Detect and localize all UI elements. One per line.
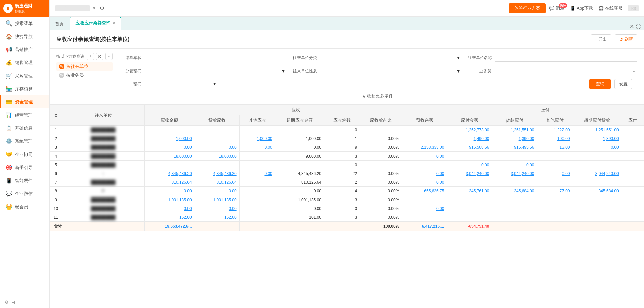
table-settings-th[interactable]: ⚙ (50, 105, 62, 126)
tab-home[interactable]: 首页 (50, 18, 69, 30)
sidebar-item-marketing[interactable]: 📢 营销推广 (0, 43, 49, 56)
filter-nav-by-salesman[interactable]: W 按业务员 (56, 71, 113, 80)
row-ap-loan[interactable]: 915,495.56 (492, 143, 537, 152)
row-ar-loan[interactable]: 0.00 (195, 143, 239, 152)
sidebar-item-coop[interactable]: 🤝 企业协同 (0, 148, 49, 161)
sidebar-item-purchase[interactable]: 🛒 采购管理 (0, 69, 49, 82)
row-ar-amount[interactable]: 1,000.00 (145, 134, 195, 143)
row-ap-amount[interactable]: 1,490.00 (447, 134, 492, 143)
user-profile[interactable]: Rit (628, 6, 639, 11)
salesman-dots-btn[interactable]: ··· (631, 68, 635, 74)
row-ar-amount[interactable]: 0.00 (145, 187, 195, 195)
vendor-name-input[interactable] (495, 54, 637, 62)
row-ar-prepay[interactable]: 0.00 (402, 169, 447, 178)
sidebar-collapse-icon[interactable]: ◀ (12, 300, 15, 305)
export-button[interactable]: ↑ 导出 (591, 34, 612, 44)
salesman-input[interactable] (496, 67, 632, 75)
sidebar-settings-icon[interactable]: ⚙ (5, 300, 9, 305)
window-maximize-icon[interactable]: ⛶ (636, 24, 641, 29)
total-ar-prepay[interactable]: 6,417,215.... (402, 222, 447, 231)
sidebar-item-basic[interactable]: 📋 基础信息 (0, 122, 49, 135)
sidebar-item-sales[interactable]: 💰 销售管理 (0, 56, 49, 69)
sidebar-item-warehouse[interactable]: 🏪 库存核算 (0, 82, 49, 95)
row-ar-prepay[interactable]: 2,153,333.00 (402, 143, 447, 152)
row-ar-loan[interactable]: 18,000.00 (195, 152, 239, 161)
table-wrapper[interactable]: ⚙ 往来单位 应收 应付 应收金额 贷款应收 其他应收 超期应收金额 应收笔数 (50, 105, 644, 308)
sidebar-item-system[interactable]: ⚙️ 系统管理 (0, 135, 49, 148)
row-ap-other[interactable]: 0.00 (537, 169, 573, 178)
row-ar-amount[interactable]: 810,126.64 (145, 178, 195, 187)
row-ar-prepay[interactable]: 0.00 (402, 178, 447, 187)
message-button[interactable]: 💬 消息 99+ (549, 5, 565, 11)
sidebar-item-operations[interactable]: 📊 经营管理 (0, 108, 49, 122)
sidebar-item-member[interactable]: 👑 畅会员 (0, 200, 49, 213)
row-ap-other[interactable]: 100.00 (537, 134, 573, 143)
row-ar-other[interactable]: 0.00 (239, 169, 275, 178)
department-select[interactable]: ▼ (144, 80, 219, 88)
add-filter-button[interactable]: + (87, 53, 94, 60)
dept-select[interactable]: ▼ (144, 67, 287, 75)
vendor-nature-select[interactable]: ▼ (320, 67, 462, 75)
topbar-settings-icon[interactable]: ⚙ (100, 5, 104, 11)
row-ar-prepay[interactable]: 655,636.75 (402, 187, 447, 195)
filter-nav-by-vendor[interactable]: W 按往来单位 (56, 62, 113, 71)
sidebar-item-wechat[interactable]: 💬 企业微信 (0, 187, 49, 200)
row-ar-amount[interactable]: 18,000.00 (145, 152, 195, 161)
row-ap-overdue[interactable]: 1,251,551.00 (573, 126, 622, 134)
sidebar-item-search[interactable]: 🔍 搜索菜单 (0, 17, 49, 30)
row-ar-amount[interactable]: 0.00 (145, 204, 195, 213)
filter-collapse-btn[interactable]: « (105, 53, 113, 60)
row-ar-other[interactable]: 1,000.00 (239, 134, 275, 143)
sidebar-item-finance[interactable]: 💳 资金管理 (0, 95, 49, 108)
row-ap-other[interactable]: 77.00 (537, 187, 573, 195)
row-ar-amount[interactable]: 0.00 (145, 143, 195, 152)
online-service-button[interactable]: 🎧 在线客服 (598, 5, 623, 11)
row-ap-amount[interactable]: 915,508.56 (447, 143, 492, 152)
settings-button[interactable]: 设置 (614, 79, 632, 89)
row-ap-overdue[interactable]: 0.00 (573, 143, 622, 152)
row-ap-loan[interactable]: 345,684.00 (492, 187, 537, 195)
settlement-unit-input[interactable] (146, 54, 282, 61)
row-ap-loan[interactable]: 3,044,240.00 (492, 169, 537, 178)
row-ap-loan[interactable]: 1,251,551.00 (492, 126, 537, 134)
query-button[interactable]: 查询 (589, 79, 611, 89)
app-download-button[interactable]: 📱 App下载 (570, 5, 593, 11)
filter-settings-icon[interactable]: ⊙ (96, 53, 103, 60)
refresh-button[interactable]: ↺ 刷新 (615, 34, 637, 44)
row-ar-prepay[interactable]: 0.00 (402, 204, 447, 213)
row-ar-other[interactable]: 0.00 (239, 143, 275, 152)
row-ap-overdue[interactable]: 1,390.00 (573, 134, 622, 143)
row-ap-amount[interactable]: 0.00 (447, 161, 492, 169)
trial-button[interactable]: 体验行业方案 (509, 3, 546, 13)
row-ar-loan[interactable]: 4,345,436.20 (195, 169, 239, 178)
sidebar-item-nav[interactable]: 🏠 快捷导航 (0, 30, 49, 43)
collapse-filter-button[interactable]: ∧ 收起更多条件 (361, 92, 394, 100)
sidebar-item-guide[interactable]: 🎯 新手引导 (0, 161, 49, 174)
row-ar-loan[interactable]: 1,001,135.00 (195, 195, 239, 204)
row-ap-amount[interactable]: 345,761.00 (447, 187, 492, 195)
row-ap-amount[interactable]: 1,252,773.00 (447, 126, 492, 134)
tab-arbalance[interactable]: 应收应付余额查询 ✕ (70, 17, 121, 30)
vendor-category-select[interactable]: ▼ (320, 54, 462, 62)
row-ap-other[interactable]: 1,222.00 (537, 126, 573, 134)
tab-close-icon[interactable]: ✕ (112, 21, 115, 26)
row-ar-loan[interactable]: 0.00 (195, 187, 239, 195)
row-ap-loan[interactable]: 1,390.00 (492, 134, 537, 143)
window-close-icon[interactable]: ✕ (630, 23, 634, 30)
row-ar-amount[interactable]: 4,345,436.20 (145, 169, 195, 178)
sidebar-item-hardware[interactable]: 📱 智能硬件 (0, 174, 49, 187)
row-ar-loan[interactable]: 0.00 (195, 204, 239, 213)
row-ap-amount[interactable]: 3,044,240.00 (447, 169, 492, 178)
total-ar-amount[interactable]: 19,553,472,6... (145, 222, 195, 231)
row-ap-overdue[interactable]: 3,044,240.00 (573, 169, 622, 178)
row-ar-amount[interactable]: 1,001,135.00 (145, 195, 195, 204)
row-ap-other[interactable]: 13.00 (537, 143, 573, 152)
settlement-dots-btn[interactable]: ··· (282, 55, 286, 60)
row-ar-amount[interactable]: 152.00 (145, 213, 195, 222)
row-ap-loan[interactable]: 0.00 (492, 161, 537, 169)
row-ar-prepay[interactable]: 0.00 (402, 152, 447, 161)
table-settings-icon[interactable]: ⚙ (54, 113, 58, 118)
row-ar-loan[interactable]: 810,126.64 (195, 178, 239, 187)
row-ar-loan[interactable]: 152.00 (195, 213, 239, 222)
row-ap-overdue[interactable]: 345,684.00 (573, 187, 622, 195)
